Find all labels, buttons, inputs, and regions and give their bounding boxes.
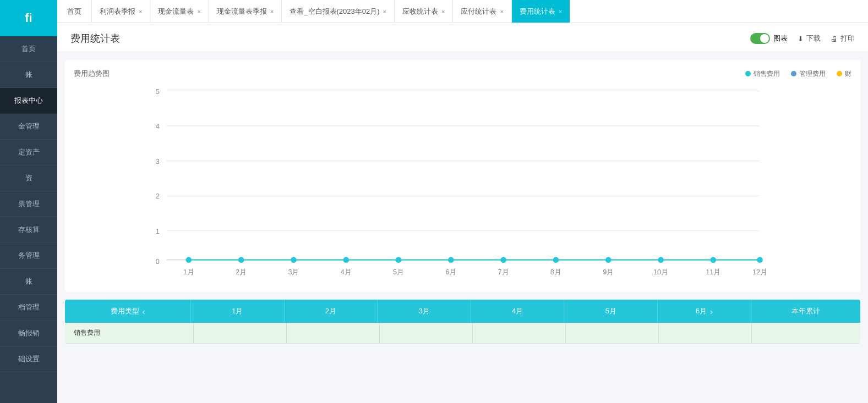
td-ytd bbox=[752, 323, 860, 343]
tab-cashflow[interactable]: 现金流量表 × bbox=[150, 0, 209, 23]
sidebar-item-service[interactable]: 务管理 bbox=[0, 243, 57, 269]
th-month3-label: 3月 bbox=[418, 306, 429, 316]
svg-text:7月: 7月 bbox=[498, 268, 509, 276]
th-month4-label: 4月 bbox=[512, 306, 523, 316]
th-month1: 1月 bbox=[191, 300, 285, 323]
th-month4: 4月 bbox=[471, 300, 565, 323]
svg-text:9月: 9月 bbox=[603, 268, 614, 276]
svg-point-17 bbox=[396, 257, 402, 263]
th-month6-label: 6月 bbox=[696, 306, 707, 316]
legend-label-sales: 销售费用 bbox=[754, 69, 780, 79]
sidebar-item-ledger[interactable]: 账 bbox=[0, 62, 57, 88]
main-area: 首页 利润表季报 × 现金流量表 × 现金流量表季报 × 查看_空白报表(202… bbox=[57, 0, 868, 403]
th-month3: 3月 bbox=[378, 300, 471, 323]
download-button[interactable]: ⬇ 下载 bbox=[798, 34, 821, 43]
print-button[interactable]: 🖨 打印 bbox=[831, 34, 855, 43]
tab-close-cashflow-quarterly[interactable]: × bbox=[270, 8, 274, 15]
tab-close-profit-quarterly[interactable]: × bbox=[139, 8, 142, 15]
svg-text:11月: 11月 bbox=[706, 268, 720, 276]
page-header: 费用统计表 图表 ⬇ 下载 🖨 打印 bbox=[57, 23, 868, 52]
svg-point-20 bbox=[553, 257, 559, 263]
print-icon: 🖨 bbox=[831, 35, 838, 43]
sidebar-item-expense[interactable]: 畅报销 bbox=[0, 321, 57, 346]
svg-point-21 bbox=[605, 257, 612, 263]
content-area: 费用统计表 图表 ⬇ 下载 🖨 打印 费用趋势图 bbox=[57, 23, 868, 403]
table-section: 费用类型 ‹ 1月 2月 3月 4月 5月 bbox=[65, 300, 860, 344]
svg-point-15 bbox=[291, 257, 297, 263]
legend-label-finance: 财 bbox=[845, 69, 851, 79]
table-row: 销售费用 bbox=[65, 323, 860, 344]
tab-payable[interactable]: 应付统计表 × bbox=[453, 0, 511, 23]
svg-point-22 bbox=[658, 257, 664, 263]
svg-text:2: 2 bbox=[156, 192, 160, 200]
page-title: 费用统计表 bbox=[70, 32, 120, 45]
header-actions: 图表 ⬇ 下载 🖨 打印 bbox=[750, 33, 855, 44]
svg-point-16 bbox=[343, 257, 349, 263]
sidebar-item-assets[interactable]: 定资产 bbox=[0, 140, 57, 165]
svg-point-13 bbox=[186, 257, 192, 263]
tab-close-payable[interactable]: × bbox=[500, 8, 503, 15]
svg-text:10月: 10月 bbox=[653, 268, 668, 276]
sidebar-logo: fi bbox=[0, 0, 57, 36]
sidebar-item-cash[interactable]: 金管理 bbox=[0, 114, 57, 140]
svg-text:5: 5 bbox=[156, 88, 160, 96]
th-type: 费用类型 ‹ bbox=[65, 300, 191, 323]
tab-home[interactable]: 首页 bbox=[57, 0, 92, 23]
td-m3 bbox=[380, 323, 473, 343]
chart-toggle-wrap[interactable]: 图表 bbox=[750, 33, 788, 44]
tab-close-blank-report[interactable]: × bbox=[383, 8, 386, 15]
svg-point-14 bbox=[238, 257, 244, 263]
th-ytd-label: 本年累计 bbox=[791, 306, 820, 316]
svg-text:12月: 12月 bbox=[752, 268, 767, 276]
tab-receivable[interactable]: 应收统计表 × bbox=[395, 0, 453, 23]
th-month6: 6月 › bbox=[658, 300, 751, 323]
td-m2 bbox=[287, 323, 380, 343]
th-month5-label: 5月 bbox=[605, 306, 616, 316]
sidebar-item-reports[interactable]: 报表中心 bbox=[0, 88, 57, 114]
svg-point-18 bbox=[448, 257, 454, 263]
tab-close-expense-stats[interactable]: × bbox=[559, 8, 562, 15]
td-type: 销售费用 bbox=[65, 323, 194, 343]
chart-toggle[interactable] bbox=[750, 33, 770, 44]
th-month2-label: 2月 bbox=[325, 306, 336, 316]
chart-title: 费用趋势图 bbox=[74, 69, 110, 79]
svg-text:1月: 1月 bbox=[183, 268, 194, 276]
chart-svg: 5 4 3 2 1 0 bbox=[74, 85, 851, 283]
svg-text:1: 1 bbox=[156, 228, 160, 235]
svg-text:8月: 8月 bbox=[550, 268, 561, 276]
svg-text:0: 0 bbox=[156, 258, 160, 266]
sidebar: fi 首页 账 报表中心 金管理 定资产 资 票管理 存核算 务管理 账 档管理… bbox=[0, 0, 57, 403]
th-type-label: 费用类型 bbox=[111, 306, 139, 316]
legend-dot-finance bbox=[837, 71, 842, 76]
td-m1 bbox=[194, 323, 287, 343]
sidebar-item-accounts[interactable]: 账 bbox=[0, 269, 57, 295]
sidebar-item-resources[interactable]: 资 bbox=[0, 165, 57, 191]
svg-text:5月: 5月 bbox=[393, 268, 404, 276]
sidebar-item-archive[interactable]: 档管理 bbox=[0, 295, 57, 321]
tab-profit-quarterly[interactable]: 利润表季报 × bbox=[92, 0, 150, 23]
td-m6 bbox=[659, 323, 752, 343]
table-header-row: 费用类型 ‹ 1月 2月 3月 4月 5月 bbox=[65, 300, 860, 323]
svg-text:3: 3 bbox=[156, 158, 160, 165]
tab-cashflow-quarterly[interactable]: 现金流量表季报 × bbox=[209, 0, 282, 23]
th-month1-label: 1月 bbox=[232, 306, 243, 316]
sidebar-item-invoices[interactable]: 票管理 bbox=[0, 191, 57, 217]
td-m4 bbox=[473, 323, 566, 343]
tab-blank-report[interactable]: 查看_空白报表(2023年02月) × bbox=[282, 0, 395, 23]
svg-text:2月: 2月 bbox=[236, 268, 247, 276]
tab-expense-stats[interactable]: 费用统计表 × bbox=[512, 0, 570, 23]
next-arrow[interactable]: › bbox=[710, 307, 713, 316]
chart-toggle-label: 图表 bbox=[773, 34, 788, 43]
legend-dot-sales bbox=[745, 71, 751, 76]
svg-text:4: 4 bbox=[156, 123, 160, 130]
sidebar-item-settings[interactable]: 础设置 bbox=[0, 346, 57, 372]
svg-text:4月: 4月 bbox=[341, 268, 352, 276]
svg-point-23 bbox=[711, 257, 717, 263]
tab-close-receivable[interactable]: × bbox=[441, 8, 445, 15]
tab-close-cashflow[interactable]: × bbox=[197, 8, 200, 15]
chart-area: 5 4 3 2 1 0 bbox=[74, 85, 851, 283]
prev-arrow[interactable]: ‹ bbox=[143, 307, 145, 316]
sidebar-item-inventory[interactable]: 存核算 bbox=[0, 217, 57, 243]
sidebar-item-home[interactable]: 首页 bbox=[0, 36, 57, 62]
td-m5 bbox=[566, 323, 659, 343]
